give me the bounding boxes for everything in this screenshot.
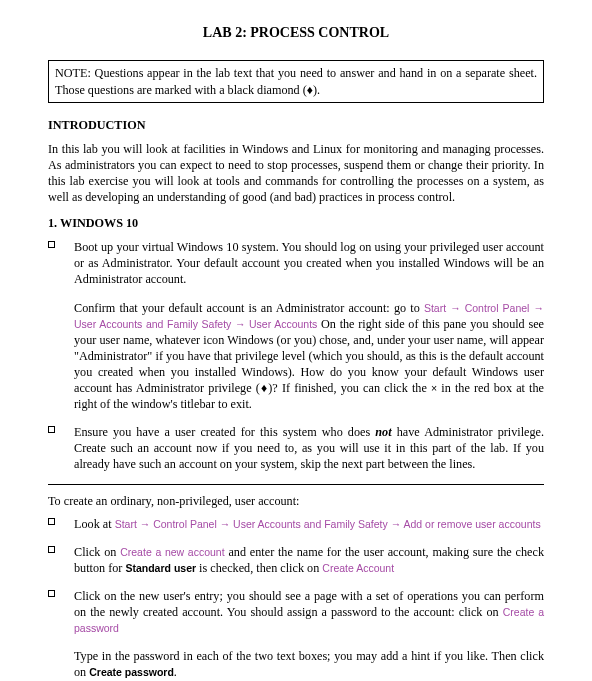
lab-title: LAB 2: PROCESS CONTROL <box>48 24 544 42</box>
step-type-password: Type in the password in each of the two … <box>48 648 544 680</box>
link-create-new-account: Create a new account <box>120 546 224 558</box>
text: Click on the new user's entry; you shoul… <box>74 589 544 619</box>
text: Click on <box>74 545 120 559</box>
create-password-button-label: Create password <box>89 666 174 678</box>
create-account-heading: To create an ordinary, non-privileged, u… <box>48 493 544 509</box>
windows-heading: 1. WINDOWS 10 <box>48 215 544 231</box>
not-emphasis: not <box>375 425 391 439</box>
text: . <box>174 665 177 679</box>
step-boot: Boot up your virtual Windows 10 system. … <box>48 239 544 287</box>
link-create-account: Create Account <box>322 562 394 574</box>
intro-text: In this lab you will look at facilities … <box>48 141 544 205</box>
intro-heading: INTRODUCTION <box>48 117 544 133</box>
note-box: NOTE: Questions appear in the lab text t… <box>48 60 544 102</box>
text: Look at <box>74 517 115 531</box>
step-create-account: Click on Create a new account and enter … <box>48 544 544 576</box>
text: Ensure you have a user created for this … <box>74 425 375 439</box>
standard-user-label: Standard user <box>125 562 196 574</box>
step-assign-password: Click on the new user's entry; you shoul… <box>48 588 544 636</box>
text: is checked, then click on <box>196 561 322 575</box>
separator-top <box>48 484 544 485</box>
step-ensure-nonadmin: Ensure you have a user created for this … <box>48 424 544 472</box>
text: Confirm that your default account is an … <box>74 301 424 315</box>
menu-path-add-remove: Start → Control Panel → User Accounts an… <box>115 518 541 530</box>
step-look-at: Look at Start → Control Panel → User Acc… <box>48 516 544 532</box>
step-confirm-admin: Confirm that your default account is an … <box>48 300 544 413</box>
